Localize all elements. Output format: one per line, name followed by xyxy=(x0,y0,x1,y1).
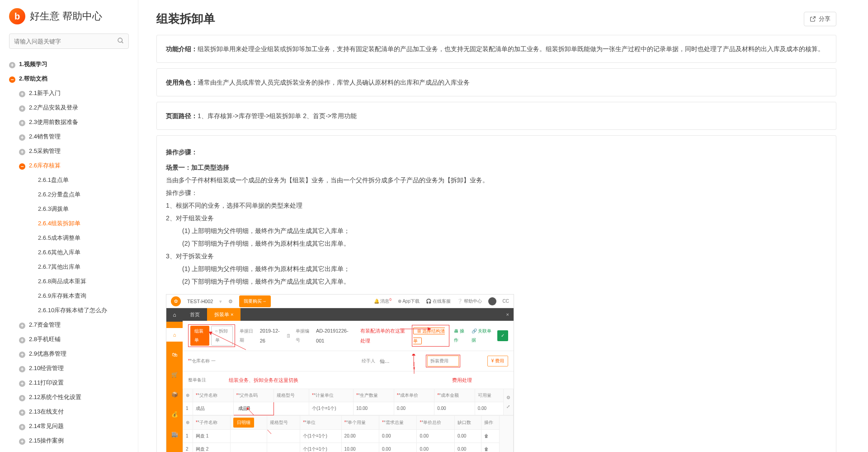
nav-2-9[interactable]: 2.9优惠券管理 xyxy=(9,347,129,361)
plus-icon xyxy=(19,424,25,430)
step-3: 3、对于拆装业务 xyxy=(166,250,827,262)
plus-icon xyxy=(19,91,25,97)
svg-line-1 xyxy=(122,42,123,43)
code-label: 单据编号 xyxy=(296,327,311,345)
rail-money-icon: 💰 xyxy=(166,408,183,421)
intro-text: 组装拆卸单用来处理企业组装或拆卸等加工业务，支持有固定装配清单的产品加工业务，也… xyxy=(198,45,824,52)
nav-2-6-5[interactable]: 2.6.5成本调整单 xyxy=(9,231,129,245)
nav-2-3[interactable]: 2.3使用前数据准备 xyxy=(9,115,129,129)
nav-2-6-8[interactable]: 2.6.8商品成本重算 xyxy=(9,274,129,289)
nav-2-14[interactable]: 2.14常见问题 xyxy=(9,419,129,433)
intro-label: 功能介绍： xyxy=(166,45,198,52)
parent-table: ⊕ **父件名称 **父件条码 规格型号 **计量单位 **生产数量 **成本单… xyxy=(183,389,514,415)
date-value: 2019-12-26 xyxy=(260,326,282,346)
main-content: 组装拆卸单 分享 功能介绍：组装拆卸单用来处理企业组装或拆卸等加工业务，支持有固… xyxy=(138,0,853,452)
date-label: 单据日期 xyxy=(240,327,255,345)
nav-2-6-3[interactable]: 2.6.3调拨单 xyxy=(9,202,129,216)
gear-icon: ⚙ xyxy=(228,296,233,306)
rail-cart-icon: 🛒 xyxy=(166,368,183,381)
annotation-3: 费用处理 xyxy=(452,375,472,385)
steps-heading: 操作步骤： xyxy=(166,146,827,158)
step-3a: (1) 上部明细为父件明细，最终作为原材料生成其它出库单； xyxy=(166,262,827,275)
nav-2[interactable]: 2.帮助文档 xyxy=(9,71,129,86)
nav-2-6-9[interactable]: 2.6.9库存账本查询 xyxy=(9,289,129,303)
plus-icon xyxy=(19,381,25,387)
svg-marker-7 xyxy=(413,367,415,370)
nav-2-6-1[interactable]: 2.6.1盘点单 xyxy=(9,173,129,187)
path-label: 页面路径： xyxy=(166,112,198,119)
intro-card: 功能介绍：组装拆卸单用来处理企业组装或拆卸等加工业务，支持有固定装配清单的产品加… xyxy=(156,35,836,63)
nav-2-1[interactable]: 2.1新手入门 xyxy=(9,86,129,100)
maker-label: 经手人 xyxy=(362,357,375,366)
nav-2-2[interactable]: 2.2产品安装及登录 xyxy=(9,100,129,115)
annotation-2: 组装业务、拆卸业务在这里切换 xyxy=(229,375,298,385)
share-button[interactable]: 分享 xyxy=(804,12,836,26)
maker-value: 仙… xyxy=(380,356,390,366)
plus-icon xyxy=(19,395,25,401)
nav-2-6-4[interactable]: 2.6.4组装拆卸单 xyxy=(9,216,129,231)
plus-icon xyxy=(19,105,25,112)
nav-1[interactable]: 1.视频学习 xyxy=(9,57,129,71)
share-icon xyxy=(810,16,816,22)
delete-icon: 🗑 xyxy=(481,430,500,443)
shot-topbar: ✿ TEST-H002 ▾ ⚙ 我要购买→ 🔔 消息0 ⊕ App下载 🎧 在线… xyxy=(166,295,514,308)
arrow-down-icon xyxy=(411,354,416,370)
minus-icon xyxy=(9,76,15,83)
nav-2-6[interactable]: 2.6库存核算 xyxy=(9,158,129,173)
plus-icon xyxy=(19,134,25,141)
sidebar: b 好生意 帮助中心 1.视频学习 2.帮助文档 2.1新手入门 2.2产品安装… xyxy=(0,0,138,452)
nav-2-4[interactable]: 2.4销售管理 xyxy=(9,129,129,144)
remark-label: 整单备注 xyxy=(188,376,206,385)
plus-icon xyxy=(19,352,25,358)
search-input[interactable] xyxy=(9,33,129,49)
nav-2-5[interactable]: 2.5采购管理 xyxy=(9,144,129,158)
rel-link: 🔗 关联单据 xyxy=(472,327,493,345)
shot-tabbar: 首页 拆装单 × × xyxy=(183,308,514,321)
nav-2-8[interactable]: 2.8手机旺铺 xyxy=(9,332,129,347)
type-switch-box: 组装单 ○ 拆卸单 xyxy=(188,324,235,347)
chip-template: ⊞ 选择结构清单 xyxy=(413,328,445,344)
nav-2-12[interactable]: 2.12系统个性化设置 xyxy=(9,390,129,404)
search-box[interactable] xyxy=(9,33,129,49)
delete-icon: 🗑 xyxy=(481,443,500,452)
fee-box: 拆装费用 xyxy=(426,355,460,367)
nav-2-6-6[interactable]: 2.6.6其他入库单 xyxy=(9,245,129,260)
steps-card: 操作步骤： 场景一：加工类型选择 当由多个子件材料组装成一个成品的业务为【组装】… xyxy=(156,135,836,452)
fee-button: ¥ 费用 xyxy=(487,356,508,366)
nav-2-6-2[interactable]: 2.6.2分量盘点单 xyxy=(9,187,129,202)
nav-2-7[interactable]: 2.7资金管理 xyxy=(9,318,129,332)
nav-2-13[interactable]: 2.13在线支付 xyxy=(9,404,129,419)
page-title: 组装拆卸单 xyxy=(156,11,215,27)
role-text: 通常由生产人员或库管人员完成拆装业务的操作，库管人员确认原材料的出库和产成品的入… xyxy=(198,79,470,86)
shot-rail: ⌂ ⌂ 🛍 🛒 📦 💰 🏬 xyxy=(166,308,183,452)
nav-2-6-7[interactable]: 2.6.7其他出库单 xyxy=(9,260,129,274)
brand-row: b 好生意 帮助中心 xyxy=(9,8,129,24)
child-table-wrap: ⊕ **子件名称 日明细 规格型号 **单位 **单个用量 **需求总量 **单… xyxy=(183,415,514,452)
shot-help: ❔ 帮助中心 xyxy=(457,297,482,306)
svg-marker-10 xyxy=(412,354,415,356)
rail-shop-icon: 🏬 xyxy=(166,428,183,441)
fee-input: 拆装费用 xyxy=(427,356,459,366)
plus-icon xyxy=(19,438,25,445)
shot-online: 🎧 在线客服 xyxy=(426,297,451,306)
calendar-icon: 🗓 xyxy=(286,331,291,341)
chip-assembly: 组装单 xyxy=(190,326,209,346)
nav-2-6-10[interactable]: 2.6.10库存账本错了怎么办 xyxy=(9,303,129,318)
nav-2-11[interactable]: 2.11打印设置 xyxy=(9,376,129,390)
plus-icon xyxy=(19,323,25,329)
plus-icon xyxy=(19,149,25,155)
save-button-icon: ✓ xyxy=(497,330,508,341)
nav-2-15[interactable]: 2.15操作案例 xyxy=(9,433,129,448)
shot-buy-button: 我要购买→ xyxy=(239,295,271,307)
nav-2-10[interactable]: 2.10经营管理 xyxy=(9,361,129,376)
search-icon[interactable] xyxy=(117,37,124,46)
svg-point-0 xyxy=(118,38,122,42)
shot-company: TEST-H002 xyxy=(187,296,213,306)
rail-home-icon: ⌂ xyxy=(166,308,183,322)
plus-icon xyxy=(19,366,25,372)
plus-icon xyxy=(19,409,25,416)
rail-box-icon: 📦 xyxy=(166,388,183,401)
code-value: AD-20191226-001 xyxy=(316,326,351,346)
wh-label: **仓库名称 一 xyxy=(188,357,216,366)
nav-tree: 1.视频学习 2.帮助文档 2.1新手入门 2.2产品安装及登录 2.3使用前数… xyxy=(9,57,129,448)
